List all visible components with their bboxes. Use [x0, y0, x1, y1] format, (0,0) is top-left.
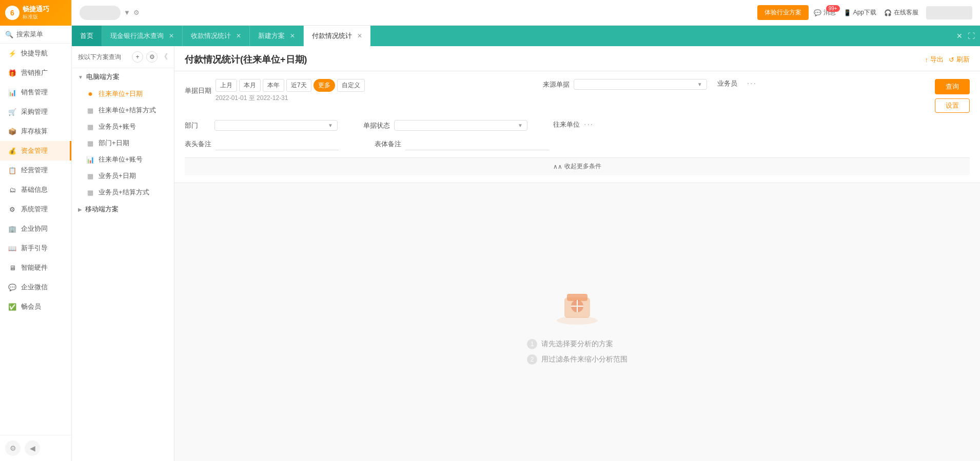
query-button[interactable]: 查询 [935, 79, 970, 94]
sidebar-item-hardware[interactable]: 🖥 智能硬件 [0, 258, 71, 277]
sidebar-item-guide[interactable]: 📖 新手引导 [0, 238, 71, 258]
scheme-item-staff-account[interactable]: ▦ 业务员+账号 [72, 118, 174, 135]
scheme-type-icon: ▦ [86, 172, 94, 180]
date-btn-this-month[interactable]: 本月 [239, 79, 261, 92]
sidebar-item-quick-nav[interactable]: ⚡ 快捷导航 [0, 44, 71, 63]
user-avatar[interactable] [926, 6, 972, 19]
scheme-item-unit-account[interactable]: 📊 往来单位+账号 [72, 151, 174, 168]
scheme-item-staff-date[interactable]: ▦ 业务员+日期 [72, 168, 174, 184]
scheme-panel: 按以下方案查询 + ⚙ 《 ▼ 电脑端方案 ● 往来单位+日期 ▦ [72, 46, 174, 461]
scheme-type-icon: 📊 [86, 155, 94, 164]
sidebar-item-inventory[interactable]: 📦 库存核算 [0, 122, 71, 141]
date-btn-custom[interactable]: 自定义 [337, 79, 365, 92]
date-btn-this-year[interactable]: 本年 [263, 79, 284, 92]
settings-icon[interactable]: ⚙ [133, 9, 140, 16]
filter-body-note: 表体备注 [375, 138, 549, 150]
collapse-filter-btn[interactable]: ∧∧ 收起更多条件 [185, 157, 970, 175]
tab-receivable[interactable]: 收款情况统计 ✕ [183, 26, 250, 46]
body-note-input[interactable] [405, 138, 549, 150]
chevron-down-icon: ▼ [78, 74, 83, 80]
date-btn-more[interactable]: 更多 [313, 79, 335, 92]
app-download-btn[interactable]: 📱 App下载 [844, 8, 876, 17]
page-header: 付款情况统计(往来单位+日期) ↑ 导出 ↺ 刷新 [174, 46, 980, 71]
notification-btn[interactable]: 💬 消息 99+ [814, 8, 836, 17]
tab-new-plan[interactable]: 新建方案 ✕ [250, 26, 304, 46]
staff-dots[interactable]: ··· [747, 79, 757, 88]
dept-arrow-icon: ▼ [328, 123, 333, 128]
sidebar-item-member[interactable]: ✅ 畅会员 [0, 297, 71, 316]
online-service-btn[interactable]: 🎧 在线客服 [884, 8, 918, 17]
date-range-display: 2022-01-01 至 2022-12-31 [215, 94, 365, 103]
partner-dots[interactable]: ··· [584, 120, 594, 129]
collapse-label: 收起更多条件 [564, 162, 601, 171]
sidebar-footer: ⚙ ◀ [0, 435, 71, 461]
scheme-item-dept-date[interactable]: ▦ 部门+日期 [72, 135, 174, 151]
empty-illustration [552, 279, 603, 331]
tab-bank[interactable]: 现金银行流水查询 ✕ [102, 26, 183, 46]
settings-btn[interactable]: ⚙ [5, 440, 21, 456]
doc-status-select[interactable]: ▼ [394, 120, 527, 131]
service-icon: 🎧 [884, 9, 892, 16]
scheme-type-icon: ▦ [86, 106, 94, 114]
sidebar-item-marketing[interactable]: 🎁 营销推广 [0, 63, 71, 83]
scheme-panel-actions: + ⚙ 《 [132, 51, 168, 63]
close-tab-icon[interactable]: ✕ [956, 32, 963, 40]
add-scheme-btn[interactable]: + [132, 51, 143, 63]
date-btn-last-month[interactable]: 上月 [215, 79, 237, 92]
tab-close-icon[interactable]: ✕ [290, 32, 295, 39]
tab-payment[interactable]: 付款情况统计 ✕ [304, 26, 370, 46]
export-btn[interactable]: ↑ 导出 [925, 55, 944, 64]
sidebar-item-sales[interactable]: 📊 销售管理 [0, 83, 71, 102]
source-select[interactable]: ▼ [574, 79, 707, 90]
sidebar-item-wechat[interactable]: 💬 企业微信 [0, 277, 71, 297]
scheme-item-unit-date[interactable]: ● 往来单位+日期 [72, 86, 174, 102]
search-menu[interactable]: 🔍 搜索菜单 [0, 26, 71, 44]
source-arrow-icon: ▼ [697, 82, 702, 87]
maximize-icon[interactable]: ⛶ [968, 32, 975, 40]
sidebar-item-enterprise[interactable]: 🏢 企业协同 [0, 219, 71, 238]
settings-button[interactable]: 设置 [935, 98, 970, 113]
scheme-settings-btn[interactable]: ⚙ [146, 51, 158, 63]
topbar-actions: 💬 消息 99+ 📱 App下载 🎧 在线客服 [814, 6, 972, 19]
hint-text-1: 请先选择要分析的方案 [541, 339, 613, 349]
wechat-icon: 💬 [8, 283, 17, 292]
scheme-group-header-mobile[interactable]: ▶ 移动端方案 [72, 201, 174, 218]
tab-home[interactable]: 首页 [72, 26, 102, 46]
collapse-sidebar-btn[interactable]: ◀ [25, 440, 40, 456]
breadcrumb: ▼ ⚙ [80, 6, 752, 20]
header-note-input[interactable] [215, 138, 339, 150]
filter-actions: 查询 设置 [935, 79, 970, 113]
enterprise-icon: 🏢 [8, 224, 17, 233]
sidebar-item-operation[interactable]: 📋 经营管理 [0, 161, 71, 180]
scheme-type-icon: ▦ [86, 123, 94, 131]
dept-select[interactable]: ▼ [214, 120, 338, 131]
sidebar-item-system[interactable]: ⚙ 系统管理 [0, 199, 71, 219]
sidebar-item-capital[interactable]: 💰 资金管理 [0, 141, 71, 161]
date-btn-group: 上月 本月 本年 近7天 更多 自定义 [215, 79, 365, 92]
tab-close-icon[interactable]: ✕ [236, 32, 241, 39]
sidebar-item-label: 销售管理 [21, 88, 48, 97]
filter-row-1: 单据日期 上月 本月 本年 近7天 更多 自定义 2022-01-01 至 20… [185, 79, 970, 113]
refresh-btn[interactable]: ↺ 刷新 [949, 55, 970, 64]
chevron-down-icon: ▼ [124, 9, 130, 16]
experience-plan-button[interactable]: 体验行业方案 [757, 5, 809, 20]
scheme-panel-title: 按以下方案查询 [78, 53, 121, 62]
content-main: 付款情况统计(往来单位+日期) ↑ 导出 ↺ 刷新 单 [174, 46, 980, 461]
sidebar-item-label: 经营管理 [21, 166, 48, 175]
filter-doc-status: 单据状态 ▼ [363, 120, 527, 131]
hint-num-1: 1 [527, 339, 537, 349]
header-note-label: 表头备注 [185, 139, 211, 149]
scheme-collapse-btn[interactable]: 《 [161, 52, 168, 62]
scheme-item-staff-settle[interactable]: ▦ 业务员+结算方式 [72, 184, 174, 201]
sidebar-item-purchase[interactable]: 🛒 采购管理 [0, 102, 71, 122]
scheme-group-label: 移动端方案 [85, 205, 119, 214]
scheme-item-label: 业务员+日期 [99, 171, 136, 181]
date-btn-7days[interactable]: 近7天 [286, 79, 311, 92]
tab-close-icon[interactable]: ✕ [357, 32, 362, 39]
sidebar-item-base[interactable]: 🗂 基础信息 [0, 180, 71, 199]
tab-close-icon[interactable]: ✕ [169, 32, 174, 39]
topbar: ▼ ⚙ 体验行业方案 💬 消息 99+ 📱 App下载 🎧 在线客服 [72, 0, 980, 26]
scheme-group-header-pc[interactable]: ▼ 电脑端方案 [72, 68, 174, 86]
scheme-item-unit-settle[interactable]: ▦ 往来单位+结算方式 [72, 102, 174, 118]
sidebar-item-label: 新手引导 [21, 244, 48, 253]
